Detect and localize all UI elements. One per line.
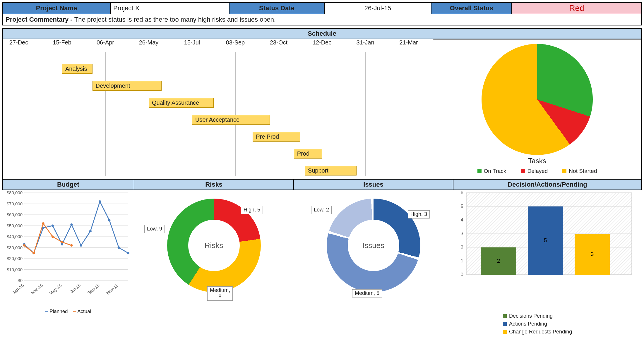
- tasks-pie: [482, 44, 593, 155]
- svg-text:Mar-15: Mar-15: [30, 283, 44, 295]
- svg-text:$40,000: $40,000: [7, 234, 23, 239]
- gantt-bar-pre-prod: Pre Prod: [253, 132, 300, 142]
- risks-title: Risks: [134, 179, 294, 190]
- pending-legend: Decisions PendingActions PendingChange R…: [503, 313, 642, 335]
- budget-chart: $80,000$70,000$60,000$50,000$40,000$30,0…: [2, 190, 134, 316]
- issues-donut-panel: Issues High, 3Medium, 5Low, 2: [294, 190, 453, 316]
- issues-donut-center: Issues: [362, 241, 384, 250]
- gantt-bar-quality-assurance: Quality Assurance: [149, 98, 214, 108]
- svg-point-22: [61, 243, 63, 245]
- schedule-body: 27-Dec15-Feb06-Apr26-May15-Jul03-Sep23-O…: [2, 39, 642, 179]
- gantt-date: 31-Jan: [356, 39, 374, 46]
- svg-text:4: 4: [461, 217, 463, 223]
- svg-point-21: [52, 225, 54, 227]
- gantt-gridline: [279, 52, 279, 176]
- svg-point-34: [61, 241, 63, 243]
- svg-point-30: [23, 244, 25, 247]
- project-name-value: Project X: [111, 2, 229, 14]
- tasks-legend-item: Not Started: [562, 168, 597, 174]
- svg-point-32: [42, 222, 44, 225]
- tasks-pie-title: Tasks: [433, 157, 641, 165]
- budget-svg: $80,000$70,000$60,000$50,000$40,000$30,0…: [2, 190, 131, 313]
- svg-point-35: [70, 244, 73, 247]
- gantt-chart: 27-Dec15-Feb06-Apr26-May15-Jul03-Sep23-O…: [2, 39, 433, 179]
- gantt-date: 06-Apr: [97, 39, 114, 46]
- svg-text:0: 0: [461, 272, 463, 277]
- gantt-gridline: [192, 52, 192, 176]
- overall-status-label: Overall Status: [431, 2, 512, 14]
- bottom-titles-row: Budget Risks Issues Decision/Actions/Pen…: [2, 179, 642, 190]
- risks-donut-panel: Risks High, 5Medium,8Low, 9: [134, 190, 294, 316]
- risks-slice-label: Low, 9: [144, 225, 165, 233]
- svg-text:$80,000: $80,000: [7, 190, 23, 195]
- status-date-value: 26-Jul-15: [324, 2, 431, 14]
- svg-text:$30,000: $30,000: [7, 245, 23, 250]
- svg-text:3: 3: [461, 231, 463, 236]
- svg-text:$0: $0: [18, 278, 23, 283]
- svg-text:1: 1: [461, 258, 463, 264]
- svg-text:2: 2: [461, 245, 463, 250]
- gantt-bar-analysis: Analysis: [62, 64, 93, 74]
- gantt-bar-development: Development: [93, 81, 162, 91]
- gantt-gridline: [409, 52, 409, 176]
- gantt-bar-support: Support: [305, 166, 357, 176]
- svg-text:Jan-15: Jan-15: [11, 283, 25, 295]
- issues-slice-label: High, 3: [408, 210, 430, 218]
- svg-text:Nov-15: Nov-15: [105, 283, 119, 295]
- tasks-legend-item: Delayed: [521, 168, 548, 174]
- gantt-gridline: [365, 52, 366, 176]
- gantt-date: 03-Sep: [226, 39, 245, 46]
- gantt-date: 21-Mar: [399, 39, 418, 46]
- gantt-bar-user-acceptance: User Acceptance: [192, 115, 270, 125]
- schedule-title: Schedule: [2, 28, 642, 39]
- svg-text:$70,000: $70,000: [7, 201, 23, 206]
- risks-donut-center: Risks: [205, 241, 223, 250]
- svg-text:$50,000: $50,000: [7, 223, 23, 228]
- issues-slice-label: Medium, 5: [352, 289, 382, 297]
- svg-text:5: 5: [461, 204, 463, 209]
- gantt-date: 23-Oct: [270, 39, 287, 46]
- project-commentary: Project Commentary - The project status …: [2, 14, 642, 25]
- header-row: Project Name Project X Status Date 26-Ju…: [2, 2, 642, 14]
- issues-slice-label: Low, 2: [311, 206, 332, 214]
- svg-point-29: [127, 252, 129, 254]
- gantt-gridline: [235, 52, 236, 176]
- svg-point-28: [118, 247, 120, 249]
- status-date-label: Status Date: [229, 2, 324, 14]
- svg-text:2: 2: [497, 258, 500, 264]
- svg-text:$60,000: $60,000: [7, 212, 23, 217]
- svg-text:6: 6: [461, 190, 463, 195]
- gantt-date: 12-Dec: [313, 39, 331, 46]
- svg-point-33: [52, 235, 54, 238]
- svg-text:Sep-15: Sep-15: [86, 283, 100, 295]
- gantt-date: 15-Jul: [184, 39, 200, 46]
- svg-point-23: [70, 223, 73, 226]
- svg-point-26: [99, 200, 101, 203]
- bottom-charts-row: $80,000$70,000$60,000$50,000$40,000$30,0…: [2, 190, 642, 316]
- svg-text:Jul-15: Jul-15: [69, 283, 81, 294]
- tasks-pie-legend: On TrackDelayedNot Started: [433, 168, 641, 174]
- gantt-date: 27-Dec: [9, 39, 28, 46]
- pending-svg: 0123456253: [453, 190, 638, 313]
- svg-text:3: 3: [591, 251, 594, 257]
- project-name-label: Project Name: [2, 2, 111, 14]
- svg-point-24: [80, 244, 82, 247]
- budget-title: Budget: [2, 179, 134, 190]
- risks-slice-label: Medium,8: [207, 286, 233, 301]
- issues-title: Issues: [294, 179, 453, 190]
- pending-title: Decision/Actions/Pending: [453, 179, 642, 190]
- commentary-label: Project Commentary -: [6, 16, 74, 23]
- svg-point-31: [32, 252, 35, 254]
- svg-text:May-15: May-15: [48, 283, 63, 296]
- svg-text:$20,000: $20,000: [7, 256, 23, 261]
- tasks-pie-panel: Tasks On TrackDelayedNot Started: [433, 39, 642, 179]
- overall-status-value: Red: [512, 2, 642, 14]
- gantt-date: 26-May: [139, 39, 159, 46]
- risks-slice-label: High, 5: [241, 206, 263, 214]
- tasks-legend-item: On Track: [477, 168, 506, 174]
- gantt-gridline: [149, 52, 149, 176]
- gantt-gridline: [105, 52, 106, 176]
- gantt-gridline: [322, 52, 322, 176]
- gantt-bar-prod: Prod: [294, 149, 322, 159]
- commentary-text: The project status is red as there too m…: [74, 16, 276, 23]
